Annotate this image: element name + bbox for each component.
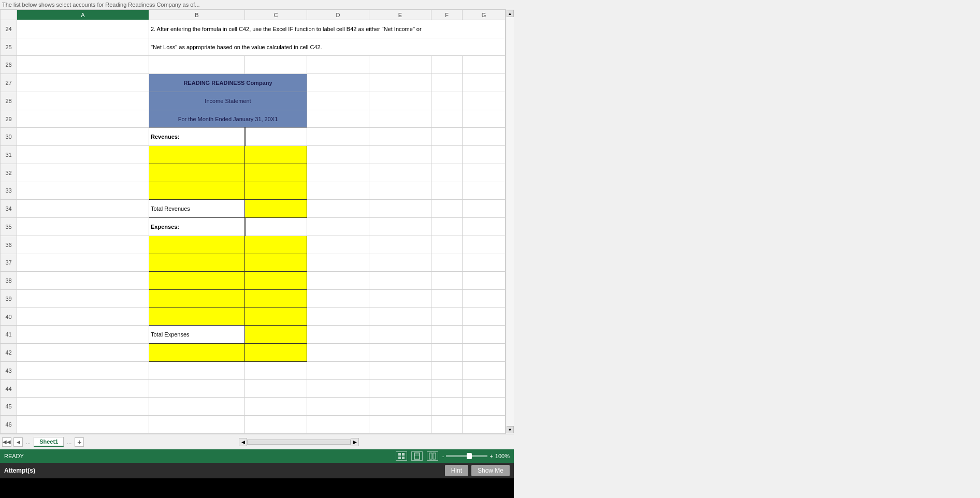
- cell-f26[interactable]: [431, 56, 463, 74]
- cell-c31[interactable]: [245, 146, 307, 164]
- cell-e43[interactable]: [369, 361, 431, 379]
- normal-view-button[interactable]: [396, 451, 407, 461]
- cell-b34[interactable]: Total Revenues: [149, 200, 245, 218]
- hscroll-right-button[interactable]: ▶: [351, 438, 359, 446]
- cell-a44[interactable]: [17, 379, 149, 398]
- cell-c30[interactable]: [245, 128, 307, 146]
- cell-f30[interactable]: [431, 128, 463, 146]
- cell-g38[interactable]: [463, 272, 506, 290]
- cell-g32[interactable]: [463, 164, 506, 182]
- cell-d33[interactable]: [307, 182, 369, 200]
- zoom-slider[interactable]: [446, 455, 487, 457]
- cell-e44[interactable]: [369, 379, 431, 398]
- cell-g33[interactable]: [463, 182, 506, 200]
- cell-a25[interactable]: [17, 38, 149, 56]
- cell-g31[interactable]: [463, 146, 506, 164]
- cell-f32[interactable]: [431, 164, 463, 182]
- cell-a42[interactable]: [17, 344, 149, 362]
- cell-a34[interactable]: [17, 200, 149, 218]
- cell-g30[interactable]: [463, 128, 506, 146]
- cell-e36[interactable]: [369, 236, 431, 254]
- cell-e34[interactable]: [369, 200, 431, 218]
- cell-a38[interactable]: [17, 272, 149, 290]
- cell-g41[interactable]: [463, 326, 506, 344]
- cell-a40[interactable]: [17, 307, 149, 326]
- zoom-plus[interactable]: +: [489, 453, 493, 459]
- cell-g40[interactable]: [463, 307, 506, 326]
- col-header-d[interactable]: D: [307, 10, 369, 20]
- cell-f41[interactable]: [431, 326, 463, 344]
- cell-b31[interactable]: [149, 146, 245, 164]
- show-me-button[interactable]: Show Me: [471, 465, 510, 476]
- cell-f28[interactable]: [431, 92, 463, 110]
- cell-d38[interactable]: [307, 272, 369, 290]
- cell-e37[interactable]: [369, 254, 431, 272]
- cell-a36[interactable]: [17, 236, 149, 254]
- cell-f33[interactable]: [431, 182, 463, 200]
- cell-a35[interactable]: [17, 218, 149, 236]
- cell-b25[interactable]: "Net Loss" as appropriate based on the v…: [149, 38, 506, 56]
- cell-c39[interactable]: [245, 290, 307, 308]
- cell-g36[interactable]: [463, 236, 506, 254]
- cell-d30[interactable]: [307, 128, 369, 146]
- cell-b42[interactable]: [149, 344, 245, 362]
- cell-a37[interactable]: [17, 254, 149, 272]
- cell-b28[interactable]: Income Statement: [149, 92, 307, 110]
- cell-c33[interactable]: [245, 182, 307, 200]
- cell-e45[interactable]: [369, 398, 431, 416]
- cell-b44[interactable]: [149, 379, 245, 398]
- cell-e26[interactable]: [369, 56, 431, 74]
- cell-b38[interactable]: [149, 272, 245, 290]
- cell-b45[interactable]: [149, 398, 245, 416]
- cell-c36[interactable]: [245, 236, 307, 254]
- cell-e32[interactable]: [369, 164, 431, 182]
- cell-d42[interactable]: [307, 344, 369, 362]
- cell-e27[interactable]: [369, 74, 431, 92]
- col-header-e[interactable]: E: [369, 10, 431, 20]
- cell-e39[interactable]: [369, 290, 431, 308]
- cell-b30[interactable]: Revenues:: [149, 128, 245, 146]
- page-break-button[interactable]: [427, 451, 438, 461]
- cell-g42[interactable]: [463, 344, 506, 362]
- cell-d43[interactable]: [307, 361, 369, 379]
- col-header-c[interactable]: C: [245, 10, 307, 20]
- cell-b29[interactable]: For the Month Ended January 31, 20X1: [149, 110, 307, 128]
- cell-c44[interactable]: [245, 379, 307, 398]
- cell-d36[interactable]: [307, 236, 369, 254]
- cell-e29[interactable]: [369, 110, 431, 128]
- col-header-f[interactable]: F: [431, 10, 463, 20]
- cell-d26[interactable]: [307, 56, 369, 74]
- cell-d29[interactable]: [307, 110, 369, 128]
- cell-e41[interactable]: [369, 326, 431, 344]
- cell-g39[interactable]: [463, 290, 506, 308]
- cell-d37[interactable]: [307, 254, 369, 272]
- cell-c40[interactable]: [245, 307, 307, 326]
- hscroll-left-button[interactable]: ◀: [239, 438, 247, 446]
- cell-f46[interactable]: [431, 416, 463, 434]
- cell-g45[interactable]: [463, 398, 506, 416]
- cell-d35[interactable]: [307, 218, 369, 236]
- cell-d27[interactable]: [307, 74, 369, 92]
- cell-e40[interactable]: [369, 307, 431, 326]
- cell-b37[interactable]: [149, 254, 245, 272]
- cell-b26[interactable]: [149, 56, 245, 74]
- cell-f45[interactable]: [431, 398, 463, 416]
- col-header-a[interactable]: A: [17, 10, 149, 20]
- hscroll-track[interactable]: [247, 440, 351, 445]
- cell-f42[interactable]: [431, 344, 463, 362]
- tab-sheet1[interactable]: Sheet1: [34, 437, 64, 447]
- cell-b27[interactable]: READING READINESS Company: [149, 74, 307, 92]
- cell-a27[interactable]: [17, 74, 149, 92]
- cell-d34[interactable]: [307, 200, 369, 218]
- cell-c35[interactable]: [245, 218, 307, 236]
- cell-g46[interactable]: [463, 416, 506, 434]
- cell-a46[interactable]: [17, 416, 149, 434]
- cell-g26[interactable]: [463, 56, 506, 74]
- cell-d41[interactable]: [307, 326, 369, 344]
- hint-button[interactable]: Hint: [445, 465, 468, 476]
- tab-dots-left[interactable]: ...: [25, 439, 32, 445]
- cell-f29[interactable]: [431, 110, 463, 128]
- cell-c42[interactable]: [245, 344, 307, 362]
- cell-b41[interactable]: Total Expenses: [149, 326, 245, 344]
- cell-d31[interactable]: [307, 146, 369, 164]
